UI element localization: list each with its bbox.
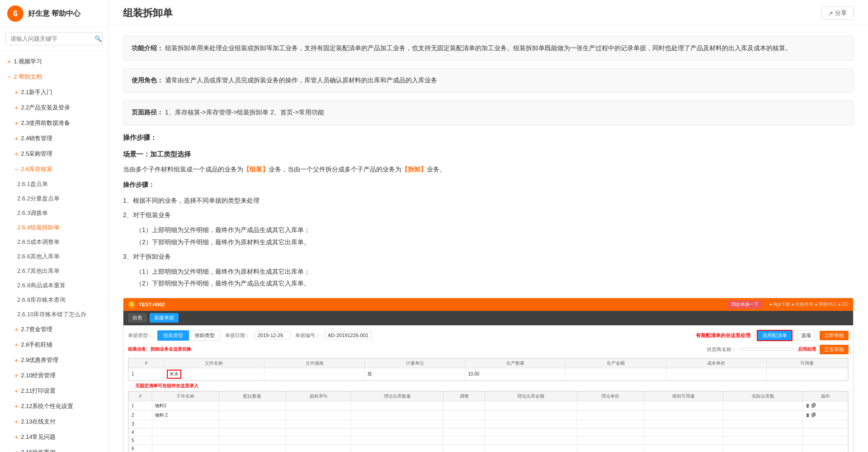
ss-date-label: 单据日期： — [225, 332, 250, 339]
plus-icon: + — [14, 433, 18, 441]
ss-lower-cell-loss-1 — [286, 401, 351, 410]
ss-upper-cell-spec — [264, 368, 364, 380]
sidebar-item-sales[interactable]: + 2.4销售管理 — [0, 131, 108, 146]
ss-form-row1: 单据类型： 组装类型 拆卸类型 单据日期： 2019-12-26 单据编号： A… — [128, 330, 849, 341]
ss-lower-cell-aqty-1 — [723, 401, 803, 410]
sidebar-item-transfer[interactable]: 2.6.3调拨单 — [0, 206, 108, 220]
ss-lower-table: # 子件名称 配比数量 损耗率% 理论出库数量 调整 理论出库金额 理论单价 期… — [128, 391, 848, 452]
ss-lower-th-ratio: 配比数量 — [219, 391, 286, 401]
sidebar-item-online-pay[interactable]: + 2.13在线支付 — [0, 414, 108, 429]
ss-upper-cell-num: 1 — [129, 368, 164, 380]
ss-logo: 6 — [128, 301, 135, 308]
sidebar-item-purchase[interactable]: + 2.5采购管理 — [0, 146, 108, 162]
ss-upper-row-1: 1 米木 双 10.00 — [129, 368, 848, 380]
path-block: 页面路径： 1、库存核算->库存管理->组装拆卸单 2、首页->常用功能 — [123, 100, 854, 125]
sidebar-item-cost-adjust[interactable]: 2.6.5成本调整单 — [0, 235, 108, 249]
page-title: 组装拆卸单 — [123, 6, 173, 20]
ss-lower-table-area: # 子件名称 配比数量 损耗率% 理论出库数量 调整 理论出库金额 理论单价 期… — [128, 391, 849, 452]
screenshot-container: 6 TEST-H002 同款单据一下 ● App下载 ● 价格咨询 ● 帮助中心… — [123, 298, 854, 452]
sidebar-item-label: 2.14常见问题 — [21, 433, 56, 441]
sidebar-item-help-docs[interactable]: − 2.帮助文档 — [0, 69, 108, 85]
sidebar-item-cost-recalc[interactable]: 2.6.8商品成本重算 — [0, 278, 108, 293]
ss-upper-cell-name: 米木 — [164, 368, 264, 380]
sidebar-item-label: 2.11打印设置 — [21, 387, 56, 395]
func-intro-block: 功能介绍： 组装拆卸单用来处理企业组装或拆卸等加工业务，支持有固定装配清单的产品… — [123, 36, 854, 61]
ss-lower-cell-tqty-2 — [351, 410, 443, 420]
step3-sub1: （1）上部明细为父件明细，最终作为原材料生成其它出库单； — [136, 266, 854, 278]
ss-annotation3-area: 供货商名称： 启用处理 立实审核 — [707, 345, 849, 354]
ss-lower-th-adj: 调整 — [443, 391, 485, 401]
sidebar-item-customize[interactable]: + 2.12系统个性化设置 — [0, 399, 108, 414]
ss-lower-th-num: # — [129, 391, 152, 401]
ss-upper-table: # 父件名称 父件规格 计量单位 生产数量 生产金额 成本单价 可用量 — [128, 358, 848, 381]
search-box[interactable]: 🔍 — [5, 32, 103, 45]
screenshot-inner: 6 TEST-H002 同款单据一下 ● App下载 ● 价格咨询 ● 帮助中心… — [123, 298, 853, 452]
share-button[interactable]: ↗ 分享 — [821, 6, 854, 20]
ss-date-input: 2019-12-26 — [255, 331, 291, 339]
ss-upper-cell-cost — [666, 368, 766, 380]
sidebar-item-partial-stocktake[interactable]: 2.6.2分量盘点单 — [0, 191, 108, 206]
content-body: 功能介绍： 组装拆卸单用来处理企业组装或拆卸等加工业务，支持有固定装配清单的产品… — [108, 25, 868, 452]
nav-list: + 1.视频学习 − 2.帮助文档 + 2.1新手入门 + 2.2产品安装及登录… — [0, 50, 108, 452]
sidebar-item-other-out[interactable]: 2.6.7其他出库单 — [0, 264, 108, 278]
ss-lower-th-theory-price: 理论单价 — [577, 391, 644, 401]
ss-lower-th-actual-qty: 实际出库数 — [723, 391, 803, 401]
ss-lower-th-loss: 损耗率% — [286, 391, 351, 401]
sidebar-item-inventory-query[interactable]: 2.6.9库存账本查询 — [0, 293, 108, 307]
sidebar-item-label: 2.13在线支付 — [21, 418, 56, 426]
ss-lower-cell-name-1: 物料1 — [152, 401, 219, 410]
ss-btn-confirm: 立实审核 — [820, 345, 849, 354]
plus-icon: + — [14, 135, 18, 142]
ss-nav-item-1: 自售 — [128, 313, 147, 323]
plus-icon: + — [7, 58, 11, 65]
ss-upper-table-area: # 父件名称 父件规格 计量单位 生产数量 生产金额 成本单价 可用量 — [128, 358, 849, 381]
ss-upper-cell-qty: 10.00 — [465, 368, 566, 380]
sidebar: 6 好生意 帮助中心 🔍 + 1.视频学习 − 2.帮助文档 + 2.1新手入门… — [0, 0, 108, 452]
sidebar-item-install[interactable]: + 2.2产品安装及登录 — [0, 100, 108, 115]
ss-lower-cell-loss-2 — [286, 410, 351, 420]
sidebar-item-assembly[interactable]: 2.6.4组装拆卸单 — [0, 220, 108, 235]
ss-lower-row-5: 5 — [129, 436, 848, 444]
sidebar-item-cases[interactable]: + 2.15操作案例 — [0, 445, 108, 452]
ss-btn-select: 选用配清单 — [758, 331, 792, 340]
sidebar-item-label: 2.12系统个性化设置 — [21, 402, 73, 410]
ss-lower-cell-ops-1: 🗑 🗐 — [803, 401, 848, 410]
sidebar-item-operations[interactable]: + 2.10经营管理 — [0, 368, 108, 383]
ss-upper-th-qty: 生产数量 — [465, 358, 566, 368]
ss-select-bill-wrapper: 选用配清单 — [757, 330, 793, 341]
sidebar-item-stocktake[interactable]: 2.6.1盘点单 — [0, 177, 108, 191]
search-button[interactable]: 🔍 — [91, 33, 103, 45]
sidebar-item-inventory-fix[interactable]: 2.6.10库存账本错了怎么办 — [0, 307, 108, 322]
ss-upper-th-avail: 可用量 — [766, 358, 848, 368]
minus-icon: − — [7, 73, 11, 81]
sidebar-item-other-in[interactable]: 2.6.6其他入库单 — [0, 249, 108, 264]
ss-qc-label: 供货商名称： — [707, 346, 736, 353]
sidebar-item-data-prep[interactable]: + 2.3使用前数据准备 — [0, 115, 108, 131]
step2: 2、对于组装业务 — [123, 209, 854, 221]
ss-annotation3: 启用处理 — [798, 346, 816, 352]
plus-icon: + — [14, 89, 18, 96]
sidebar-item-finance[interactable]: + 2.7资金管理 — [0, 322, 108, 337]
plus-icon: + — [14, 119, 18, 127]
ss-upper-th-cost: 成本单价 — [666, 358, 766, 368]
plus-icon: + — [14, 418, 18, 425]
sidebar-item-faq[interactable]: + 2.14常见问题 — [0, 429, 108, 445]
ss-lower-cell-tamt-2 — [485, 410, 577, 420]
sidebar-item-newbie[interactable]: + 2.1新手入门 — [0, 85, 108, 100]
scene1-desc: 当由多个子件材料组装成一个成品的业务为【组装】业务，当由一个父件拆分成多个子产品… — [123, 163, 854, 176]
search-input[interactable] — [6, 33, 91, 45]
ss-annotation4: 无固定清单可在组件在这里录入 — [135, 383, 849, 389]
sidebar-item-print[interactable]: + 2.11打印设置 — [0, 383, 108, 399]
sidebar-item-mobile[interactable]: + 2.8手机旺铺 — [0, 337, 108, 352]
role-text: 通常由生产人员或库管人员完成拆装业务的操作，库管人员确认原材料的出库和产成品的入… — [165, 76, 437, 84]
sidebar-item-coupon[interactable]: + 2.9优惠券管理 — [0, 352, 108, 368]
ss-annotation2: 组装业务、拆卸业务在这里切换 — [128, 346, 191, 352]
sidebar-item-label: 2.7资金管理 — [21, 325, 52, 333]
sidebar-item-label: 2.15操作案例 — [21, 448, 56, 452]
sidebar-item-video-learning[interactable]: + 1.视频学习 — [0, 54, 108, 69]
sidebar-item-inventory[interactable]: − 2.6库存核算 — [0, 162, 108, 177]
path-text: 1、库存核算->库存管理->组装拆卸单 2、首页->常用功能 — [165, 109, 324, 116]
ss-lower-cell-ratio-2 — [219, 410, 286, 420]
func-intro-label: 功能介绍： — [132, 44, 163, 52]
app-title: 好生意 帮助中心 — [28, 9, 80, 19]
